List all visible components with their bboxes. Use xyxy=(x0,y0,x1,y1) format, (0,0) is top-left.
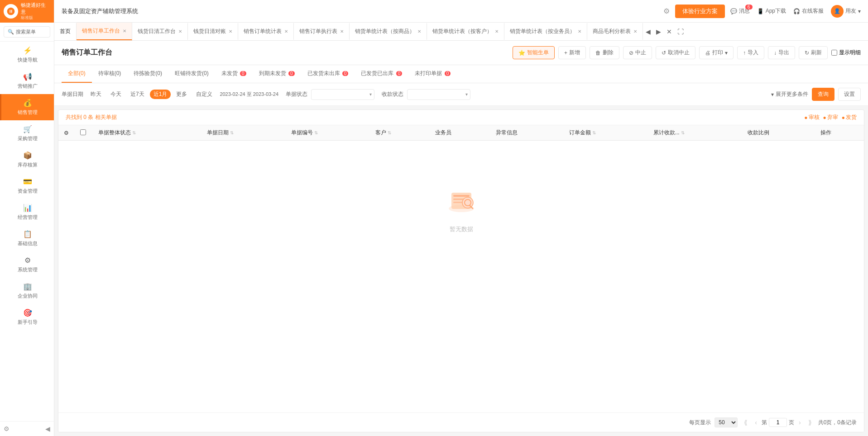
table-scroll-container[interactable]: ⚙ 单据整体状态 ⇅ xyxy=(58,125,864,412)
date-opt-7days[interactable]: 近7天 xyxy=(127,90,148,99)
date-opt-more[interactable]: 更多 xyxy=(173,90,191,99)
refresh-button[interactable]: ↻ 刷新 xyxy=(799,46,828,59)
sidebar-collapse-button[interactable]: ◀ xyxy=(45,425,50,432)
tab-sales-exec[interactable]: 销售订单执行表 ✕ xyxy=(294,23,350,40)
sub-tab-not-shipped[interactable]: 未发货 0 xyxy=(215,65,253,83)
message-button[interactable]: 💬 6 消息 xyxy=(730,7,750,15)
prev-page-button[interactable]: ‹ xyxy=(752,418,760,427)
headset-icon: 🎧 xyxy=(793,8,800,14)
sidebar-item-purchase[interactable]: 🛒 采购管理 xyxy=(0,120,54,147)
sub-tab-pending-review[interactable]: 待审核(0) xyxy=(92,65,128,83)
customer-sort[interactable]: 客户 ⇅ xyxy=(375,129,424,137)
sidebar-item-system[interactable]: ⚙ 系统管理 xyxy=(0,251,54,278)
sidebar-item-inventory[interactable]: 📦 库存核算 xyxy=(0,147,54,173)
tab-close-icon[interactable]: ✕ xyxy=(178,29,182,34)
export-button[interactable]: ↓ 导出 xyxy=(768,46,795,59)
select-all-checkbox[interactable] xyxy=(80,129,86,135)
date-opt-yesterday[interactable]: 昨天 xyxy=(87,90,105,99)
sub-tab-not-printed[interactable]: 未打印单据 0 xyxy=(408,65,457,83)
sub-tab-shipped-not-warehoused[interactable]: 已发货未出库 0 xyxy=(301,65,355,83)
page-number-input[interactable] xyxy=(769,418,787,427)
tab-close-icon[interactable]: ✕ xyxy=(417,29,421,34)
page-size-select[interactable]: 10 20 50 100 xyxy=(715,417,738,427)
tab-close-icon[interactable]: ✕ xyxy=(229,29,232,34)
tab-close-all[interactable]: ✕ xyxy=(664,24,675,39)
first-page-button[interactable]: ⟪ xyxy=(741,418,750,427)
col-settings-icon[interactable]: ⚙ xyxy=(64,130,69,136)
filter-settings-button[interactable]: 设置 xyxy=(838,88,861,101)
sidebar-item-guide[interactable]: 🎯 新手引导 xyxy=(0,304,54,330)
sidebar-item-quick-nav[interactable]: ⚡ 快捷导航 xyxy=(0,42,54,68)
tab-close-icon[interactable]: ✕ xyxy=(284,29,288,34)
date-sort[interactable]: 单据日期 ⇅ xyxy=(207,129,280,137)
tab-close-icon[interactable]: ✕ xyxy=(495,29,499,34)
sub-tab-wangpu[interactable]: 旺铺待发货(0) xyxy=(168,65,215,83)
add-button[interactable]: + 新增 xyxy=(558,46,586,59)
sub-tab-pending-inspect[interactable]: 待拣验货(0) xyxy=(127,65,168,83)
search-menu-button[interactable]: 🔍 搜索菜单 xyxy=(4,26,50,38)
audit-button[interactable]: ● 审核 xyxy=(804,114,819,121)
online-service-button[interactable]: 🎧 在线客服 xyxy=(793,7,824,15)
tab-sales-workbench[interactable]: 销售订单工作台 ✕ xyxy=(77,23,132,40)
date-opt-1month[interactable]: 近1月 xyxy=(150,90,171,99)
sidebar-settings-button[interactable]: ⚙ xyxy=(4,425,10,432)
tab-cash-daily[interactable]: 钱货日清工作台 ✕ xyxy=(132,23,188,40)
status-select[interactable] xyxy=(311,89,374,100)
unaudit-button[interactable]: ● 弃审 xyxy=(823,114,838,121)
sidebar-item-basic-info[interactable]: 📋 基础信息 xyxy=(0,225,54,251)
tab-scroll-prev[interactable]: ◀ xyxy=(643,24,653,39)
payment-select[interactable] xyxy=(407,89,470,100)
tab-home[interactable]: 首页 xyxy=(54,23,77,40)
data-table: ⚙ 单据整体状态 ⇅ xyxy=(58,125,864,141)
number-sort[interactable]: 单据编号 ⇅ xyxy=(291,129,364,137)
tab-sales-summary-product[interactable]: 销货单统计表（按商品） ✕ xyxy=(350,23,427,40)
ship-button[interactable]: ● 发货 xyxy=(842,114,857,121)
received-sort[interactable]: 累计收款... ⇅ xyxy=(653,129,737,137)
svg-rect-4 xyxy=(453,202,463,203)
tab-scroll-next[interactable]: ▶ xyxy=(653,24,664,39)
sidebar-item-operations[interactable]: 📊 经营管理 xyxy=(0,199,54,225)
expand-icon: ▾ xyxy=(771,91,774,98)
system-settings-button[interactable]: ⚙ xyxy=(663,7,670,15)
amount-sort[interactable]: 订单金额 ⇅ xyxy=(569,129,643,137)
tab-close-icon[interactable]: ✕ xyxy=(123,28,126,33)
sidebar-item-enterprise[interactable]: 🏢 企业协同 xyxy=(0,278,54,304)
tab-sales-summary-customer[interactable]: 销货单统计表（按客户） ✕ xyxy=(427,23,504,40)
sidebar-item-sales[interactable]: 💰 销售管理 xyxy=(0,94,54,120)
next-page-button[interactable]: › xyxy=(796,418,804,427)
suspend-button[interactable]: ⊘ 中止 xyxy=(623,46,652,59)
sub-tab-overdue[interactable]: 到期未发货 0 xyxy=(253,65,301,83)
show-detail-checkbox-label[interactable]: 显示明细 xyxy=(831,49,861,57)
unaudit-label: 弃审 xyxy=(827,114,838,121)
tab-close-icon[interactable]: ✕ xyxy=(578,29,581,34)
import-button[interactable]: ↑ 导入 xyxy=(737,46,764,59)
date-opt-today[interactable]: 今天 xyxy=(107,90,125,99)
print-dropdown-icon: ▾ xyxy=(725,50,728,56)
app-download-button[interactable]: 📱 App下载 xyxy=(757,7,786,15)
unsuspend-button[interactable]: ↺ 取消中止 xyxy=(656,46,695,59)
status-sort[interactable]: 单据整体状态 ⇅ xyxy=(98,129,196,137)
tab-fullscreen[interactable]: ⛶ xyxy=(675,24,686,39)
print-button[interactable]: 🖨 打印 ▾ xyxy=(699,46,734,59)
tab-close-icon[interactable]: ✕ xyxy=(633,29,637,34)
user-menu[interactable]: 👤 用友 ▾ xyxy=(831,5,861,18)
tab-close-icon[interactable]: ✕ xyxy=(340,29,344,34)
trial-button[interactable]: 体验行业方案 xyxy=(675,5,725,18)
tab-sales-summary-staff[interactable]: 销货单统计表（按业务员） ✕ xyxy=(504,23,587,40)
online-service-label: 在线客服 xyxy=(802,7,824,15)
sidebar-item-marketing[interactable]: 📢 营销推广 xyxy=(0,68,54,94)
expand-conditions-button[interactable]: ▾ 展开更多条件 xyxy=(771,90,808,98)
last-page-button[interactable]: ⟫ xyxy=(806,418,815,427)
date-opt-custom[interactable]: 自定义 xyxy=(192,90,216,99)
tab-sales-stats[interactable]: 销售订单统计表 ✕ xyxy=(238,23,294,40)
tab-cash-reconcile[interactable]: 钱货日清对账 ✕ xyxy=(188,23,238,40)
query-button[interactable]: 查询 xyxy=(812,88,834,101)
status-filter-label: 单据状态 xyxy=(286,90,307,98)
tab-product-margin[interactable]: 商品毛利分析表 ✕ xyxy=(587,23,643,40)
sub-tab-shipped-warehoused[interactable]: 已发货已出库 0 xyxy=(355,65,408,83)
show-detail-checkbox[interactable] xyxy=(831,50,837,56)
delete-button[interactable]: 🗑 删除 xyxy=(590,46,619,59)
sub-tab-all[interactable]: 全部(0) xyxy=(62,65,92,83)
sidebar-item-finance[interactable]: 💳 资金管理 xyxy=(0,173,54,199)
smart-generate-button[interactable]: ⭐ 智能生单 xyxy=(513,46,555,59)
